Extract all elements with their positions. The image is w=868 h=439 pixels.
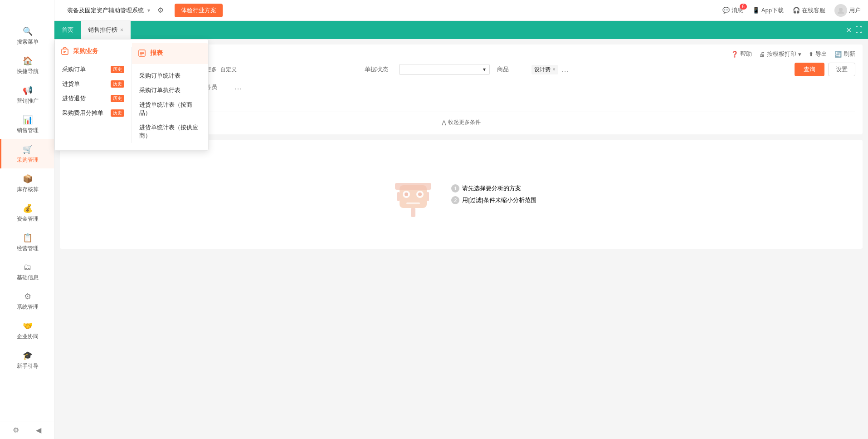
- empty-tips: 1 请先选择要分析的方案 2 用[过滤]条件来缩小分析范围: [451, 184, 536, 204]
- product-filter: 设计费 × …: [532, 65, 787, 74]
- sidebar-item-operations[interactable]: 📋 经营管理: [0, 227, 54, 257]
- report-section-header: 报表: [132, 43, 209, 64]
- purchase-section-icon: [60, 47, 69, 56]
- sidebar-item-purchase[interactable]: 🛒 采购管理: [0, 139, 54, 168]
- sidebar-collapse-icon[interactable]: ◀: [36, 426, 41, 434]
- tab-maximize-icon[interactable]: ⛶: [855, 26, 863, 34]
- dropdown-sections: 采购业务 采购订单 历史 进货单 历史 进货退货 历史 采购费用分摊单 历史: [55, 43, 208, 147]
- tab-ranking[interactable]: 销售排行榜 ×: [81, 21, 131, 39]
- tab-ranking-label: 销售排行榜: [88, 26, 117, 34]
- chart-icon: 📊: [23, 115, 33, 125]
- sidebar-item-enterprise[interactable]: 🤝 企业协同: [0, 316, 54, 345]
- dropdown-item-order-stats[interactable]: 采购订单统计表: [137, 69, 203, 83]
- gear-icon: ⚙: [24, 291, 31, 301]
- sidebar-item-quick-nav[interactable]: 🏠 快捷导航: [0, 50, 54, 80]
- sidebar-item-marketing[interactable]: 📢 营销推广: [0, 80, 54, 109]
- sidebar-label-enterprise: 企业协同: [17, 333, 39, 340]
- sidebar-item-search[interactable]: 🔍 搜索菜单: [0, 21, 54, 50]
- dropdown-item-expense[interactable]: 采购费用分摊单 历史: [60, 106, 126, 120]
- report-header-inner: 报表: [137, 49, 203, 59]
- svg-rect-9: [406, 202, 420, 204]
- system-dropdown-arrow[interactable]: ▾: [147, 7, 150, 14]
- help-btn[interactable]: ❓ 帮助: [731, 50, 752, 58]
- sidebar-settings-icon[interactable]: ⚙: [13, 426, 19, 434]
- salesperson-filter: …: [234, 82, 855, 92]
- bill-status-select[interactable]: ▾: [399, 64, 490, 75]
- sidebar-label-finance: 资金管理: [17, 215, 39, 223]
- svg-rect-10: [411, 208, 415, 217]
- money-icon: 💰: [23, 203, 33, 213]
- filter-actions: 查询 设置: [795, 63, 855, 76]
- export-icon: ⬆: [809, 51, 814, 58]
- handshake-icon: 🤝: [23, 321, 33, 331]
- dropdown-item-order-exec[interactable]: 采购订单执行表: [137, 83, 203, 98]
- box-icon: 📦: [23, 174, 33, 184]
- report-section-title: 报表: [150, 49, 163, 57]
- sidebar-label-inventory: 库存核算: [17, 186, 39, 193]
- dropdown-item-receipt[interactable]: 进货单 历史: [60, 77, 126, 91]
- user-avatar: [834, 4, 847, 17]
- report-section: 报表 采购订单统计表 采购订单执行表 进货单统计表（按商品） 进货单统计表（按供…: [132, 43, 209, 147]
- product-more-btn[interactable]: …: [561, 65, 569, 74]
- history-badge-0: 历史: [111, 66, 124, 73]
- sidebar-label-marketing: 营销推广: [17, 97, 39, 105]
- purchase-section-title: 采购业务: [73, 47, 98, 55]
- settings-btn[interactable]: 设置: [828, 63, 855, 76]
- tab-ranking-close[interactable]: ×: [120, 27, 123, 33]
- svg-rect-11: [397, 192, 400, 201]
- tab-close-all-icon[interactable]: ✕: [846, 26, 852, 35]
- purchase-section-header: 采购业务: [60, 47, 126, 58]
- empty-state: 1 请先选择要分析的方案 2 用[过滤]条件来缩小分析范围: [60, 140, 863, 249]
- sidebar-item-inventory[interactable]: 📦 库存核算: [0, 168, 54, 198]
- query-btn[interactable]: 查询: [795, 63, 824, 76]
- collapse-up-icon: ⋀: [442, 119, 446, 126]
- dropdown-item-return[interactable]: 进货退货 历史: [60, 91, 126, 106]
- sidebar: 🔍 搜索菜单 🏠 快捷导航 📢 营销推广 📊 销售管理 🛒 采购管理 📦 库存核…: [0, 0, 54, 439]
- dropdown-item-receipt-supplier[interactable]: 进货单统计表（按供应商）: [137, 120, 203, 143]
- refresh-icon: 🔄: [834, 51, 842, 58]
- product-tag: 设计费 ×: [532, 65, 558, 74]
- dropdown-item-receipt-product[interactable]: 进货单统计表（按商品）: [137, 98, 203, 120]
- megaphone-icon: 📢: [23, 85, 33, 95]
- salesperson-more-btn[interactable]: …: [234, 82, 242, 92]
- collapse-btn[interactable]: ⋀ 收起更多条件: [442, 116, 481, 129]
- tab-home[interactable]: 首页: [54, 21, 81, 39]
- app-download-action[interactable]: 📱 App下载: [752, 6, 784, 15]
- sidebar-label-system: 系统管理: [17, 303, 39, 311]
- product-tag-close[interactable]: ×: [552, 66, 556, 73]
- home-icon: 🏠: [23, 56, 33, 66]
- sidebar-item-finance[interactable]: 💰 资金管理: [0, 198, 54, 227]
- system-title: 装备及固定资产辅助管理系统 ▾ ⚙: [67, 6, 164, 15]
- message-badge: 6: [740, 4, 747, 10]
- print-icon: 🖨: [759, 51, 765, 58]
- dropdown-menu: 采购业务 采购订单 历史 进货单 历史 进货退货 历史 采购费用分摊单 历史: [54, 39, 209, 151]
- online-service-label: 在线客服: [802, 6, 825, 15]
- export-btn[interactable]: ⬆ 导出: [809, 50, 827, 58]
- sidebar-item-sales[interactable]: 📊 销售管理: [0, 109, 54, 139]
- template-print-btn[interactable]: 🖨 按模板打印 ▾: [759, 50, 801, 58]
- sidebar-label-quick-nav: 快捷导航: [17, 68, 39, 75]
- sidebar-item-system[interactable]: ⚙ 系统管理: [0, 286, 54, 316]
- app-download-label: App下载: [761, 6, 784, 15]
- svg-rect-4: [395, 183, 431, 190]
- industry-btn[interactable]: 体验行业方案: [175, 4, 223, 17]
- message-action[interactable]: 💬 消息 6: [722, 6, 743, 15]
- system-settings-icon[interactable]: ⚙: [157, 6, 164, 15]
- svg-point-8: [418, 192, 422, 196]
- user-action[interactable]: 用户: [834, 4, 861, 17]
- top-header: 6 畅捷通好生意 标准版 装备及固定资产辅助管理系统 ▾ ⚙ 体验行业方案 💬 …: [0, 0, 868, 21]
- sidebar-item-basic-info[interactable]: 🗂 基础信息: [0, 257, 54, 286]
- bill-status-label: 单据状态: [365, 65, 392, 74]
- sidebar-item-guide[interactable]: 🎓 新手引导: [0, 345, 54, 375]
- sidebar-bottom: ⚙ ◀: [0, 421, 54, 439]
- sidebar-label-purchase: 采购管理: [17, 156, 39, 164]
- online-service-action[interactable]: 🎧 在线客服: [793, 6, 825, 15]
- report-section-icon: [137, 49, 146, 58]
- empty-illustration: [386, 167, 440, 222]
- dropdown-item-purchase-order[interactable]: 采购订单 历史: [60, 62, 126, 77]
- refresh-btn[interactable]: 🔄 刷新: [834, 50, 855, 58]
- date-custom-btn[interactable]: 自定义: [220, 66, 237, 74]
- message-icon: 💬: [722, 7, 730, 14]
- system-title-text: 装备及固定资产辅助管理系统: [67, 6, 144, 15]
- sidebar-label-operations: 经营管理: [17, 245, 39, 252]
